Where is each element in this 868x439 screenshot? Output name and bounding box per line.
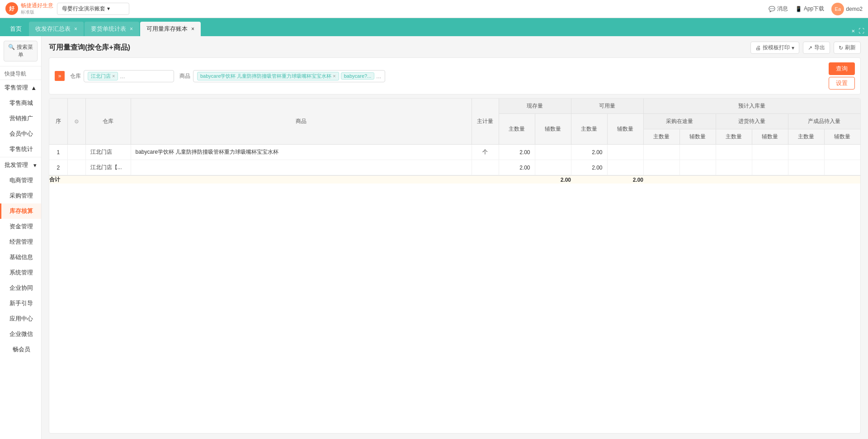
sidebar-item-retail[interactable]: 零售管理 ▲ xyxy=(0,80,41,95)
sidebar-inventory-label: 库存核算 xyxy=(9,208,33,214)
product-filter-input[interactable]: babycare学饮杯 儿童防摔防撞吸管杯重力球吸嘴杯宝宝水杯 × babyca… xyxy=(193,70,385,82)
sidebar-search-label: 搜索菜单 xyxy=(17,44,33,58)
th-product-pending-group: 产成品待入量 xyxy=(788,114,860,129)
user-area[interactable]: Ea demo2 xyxy=(831,3,863,15)
sidebar-ecommerce-label: 电商管理 xyxy=(9,177,33,184)
table-cell xyxy=(716,160,752,176)
export-btn[interactable]: ↗ 导出 xyxy=(803,42,830,54)
sidebar-retail-shop-label: 零售商城 xyxy=(9,99,33,106)
query-btn[interactable]: 查询 xyxy=(829,62,855,75)
sidebar-item-newguide[interactable]: 新手引导 xyxy=(0,296,41,311)
refresh-btn[interactable]: ↻ 刷新 xyxy=(834,42,861,54)
export-label: 导出 xyxy=(814,44,825,52)
product-tag-1-close[interactable]: × xyxy=(333,73,335,79)
footer-incoming-aux-qty xyxy=(788,175,824,184)
filter-action-btns: 查询 设置 xyxy=(829,62,855,90)
chevron-up-icon: ▲ xyxy=(31,85,37,91)
sidebar-item-operations[interactable]: 经营管理 xyxy=(0,234,41,250)
tab-order-stats[interactable]: 要货单统计表 × xyxy=(85,22,139,36)
app-download-btn[interactable]: 📱 App下载 xyxy=(795,5,824,13)
sidebar-item-members[interactable]: 会员中心 xyxy=(0,126,41,142)
table-cell xyxy=(788,160,824,176)
sidebar-item-enterprise[interactable]: 企业协同 xyxy=(0,280,41,296)
table-cell: 江北门店 xyxy=(85,145,131,160)
export-icon: ↗ xyxy=(808,45,812,51)
table-cell: 1 xyxy=(49,145,67,160)
sidebar-item-finance[interactable]: 资金管理 xyxy=(0,219,41,234)
footer-incoming-main-qty xyxy=(752,175,788,184)
warehouse-tag-close[interactable]: × xyxy=(112,73,115,79)
product-filter-group: 商品 babycare学饮杯 儿童防摔防撞吸管杯重力球吸嘴杯宝宝水杯 × bab… xyxy=(179,70,385,82)
sidebar-item-wechat[interactable]: 企业微信 xyxy=(0,326,41,342)
table-cell xyxy=(535,145,571,160)
warehouse-ellipsis[interactable]: ... xyxy=(120,73,125,80)
window-controls: × ⛶ xyxy=(851,28,864,36)
footer-available-aux-qty xyxy=(643,175,679,184)
tab-available-stock-label: 可用量库存账本 xyxy=(146,25,188,33)
tab-available-stock[interactable]: 可用量库存账本 × xyxy=(140,22,201,36)
table-cell: 2.00 xyxy=(571,160,607,176)
org-selector[interactable]: 母婴行业演示账套 ▾ xyxy=(57,3,129,15)
top-bar-left: 好 畅捷通好生意 标准版 母婴行业演示账套 ▾ xyxy=(5,2,129,15)
print-btn[interactable]: 🖨 按模板打印 ▾ xyxy=(750,42,799,54)
table-cell xyxy=(67,145,85,160)
sidebar-members-label: 会员中心 xyxy=(9,130,33,137)
content-area: 可用量查询(按仓库+商品) 🖨 按模板打印 ▾ ↗ 导出 ↻ 刷新 xyxy=(42,36,868,439)
sidebar-item-retail-stats[interactable]: 零售统计 xyxy=(0,142,41,157)
tab-receive-summary-close[interactable]: × xyxy=(74,26,77,32)
sidebar-item-system[interactable]: 系统管理 xyxy=(0,265,41,280)
message-label: 消息 xyxy=(777,5,788,13)
product-filter-label: 商品 xyxy=(179,72,190,80)
table-cell xyxy=(679,160,716,176)
setting-btn[interactable]: 设置 xyxy=(829,77,855,90)
sidebar-item-inventory[interactable]: 库存核算 xyxy=(0,203,41,219)
footer-current-main-qty: 2.00 xyxy=(535,175,571,184)
warehouse-filter-input[interactable]: 江北门店 × ... xyxy=(84,70,174,82)
footer-available-main-qty: 2.00 xyxy=(607,175,643,184)
th-purchase-aux-qty: 辅数量 xyxy=(679,129,716,145)
table-footer: 合计 2.00 2.00 xyxy=(49,175,860,184)
th-gear[interactable]: ⚙ xyxy=(67,99,85,145)
gear-icon[interactable]: ⚙ xyxy=(74,118,79,125)
filter-expand-btn[interactable]: » xyxy=(55,71,65,81)
filter-bar: » 仓库 江北门店 × ... 商品 babycare学饮杯 儿童防摔防撞吸管杯… xyxy=(49,57,861,94)
th-product-main-qty: 主数量 xyxy=(788,129,824,145)
sidebar-newguide-label: 新手引导 xyxy=(9,300,33,307)
tab-bar: 首页 收发存汇总表 × 要货单统计表 × 可用量库存账本 × × ⛶ xyxy=(0,18,868,36)
sidebar-item-wholesale[interactable]: 批发管理 ▾ xyxy=(0,157,41,173)
table-cell: babycare学饮杯 儿童防摔防撞吸管杯重力球吸嘴杯宝宝水杯 xyxy=(131,145,472,160)
window-close-icon[interactable]: × xyxy=(851,28,855,34)
window-max-icon[interactable]: ⛶ xyxy=(859,28,864,34)
sidebar-search-btn[interactable]: 🔍 搜索菜单 xyxy=(4,41,38,61)
th-seq: 序 xyxy=(49,99,67,145)
expand-icon: » xyxy=(58,73,61,79)
org-name: 母婴行业演示账套 xyxy=(62,5,105,13)
sidebar-wechat-label: 企业微信 xyxy=(9,330,33,337)
table-cell xyxy=(752,145,788,160)
sidebar-item-retail-shop[interactable]: 零售商城 xyxy=(0,95,41,111)
sidebar-item-appcenter[interactable]: 应用中心 xyxy=(0,311,41,326)
table-area: 序 ⚙ 仓库 商品 主计量 现存量 可用量 预计入库量 主数量 辅数量 xyxy=(49,98,861,434)
th-available-main-qty: 主数量 xyxy=(571,114,607,145)
tab-available-stock-close[interactable]: × xyxy=(191,26,194,32)
table-cell xyxy=(716,145,752,160)
sidebar-item-ecommerce[interactable]: 电商管理 xyxy=(0,173,41,188)
tab-receive-summary[interactable]: 收发存汇总表 × xyxy=(29,22,84,36)
quick-nav[interactable]: 快捷导航 xyxy=(0,66,41,80)
sidebar-item-basic[interactable]: 基础信息 xyxy=(0,250,41,265)
data-table: 序 ⚙ 仓库 商品 主计量 现存量 可用量 预计入库量 主数量 辅数量 xyxy=(49,99,860,184)
th-main-unit: 主计量 xyxy=(472,99,499,145)
sidebar-item-marketing[interactable]: 营销推广 xyxy=(0,111,41,126)
table-row: 1江北门店babycare学饮杯 儿童防摔防撞吸管杯重力球吸嘴杯宝宝水杯个2.0… xyxy=(49,145,860,160)
sidebar-retail-stats-label: 零售统计 xyxy=(9,146,33,152)
tab-order-stats-close[interactable]: × xyxy=(130,26,133,32)
sidebar-retail-label: 零售管理 xyxy=(5,84,28,92)
footer-label: 合计 xyxy=(49,175,535,184)
tab-home[interactable]: 首页 xyxy=(4,22,28,36)
th-current-main-qty: 主数量 xyxy=(499,114,535,145)
product-ellipsis[interactable]: ... xyxy=(376,73,381,80)
message-btn[interactable]: 💬 消息 xyxy=(769,5,788,13)
table-cell: 2 xyxy=(49,160,67,176)
sidebar-item-purchase[interactable]: 采购管理 xyxy=(0,188,41,203)
sidebar-item-vip[interactable]: 畅会员 xyxy=(0,342,41,357)
